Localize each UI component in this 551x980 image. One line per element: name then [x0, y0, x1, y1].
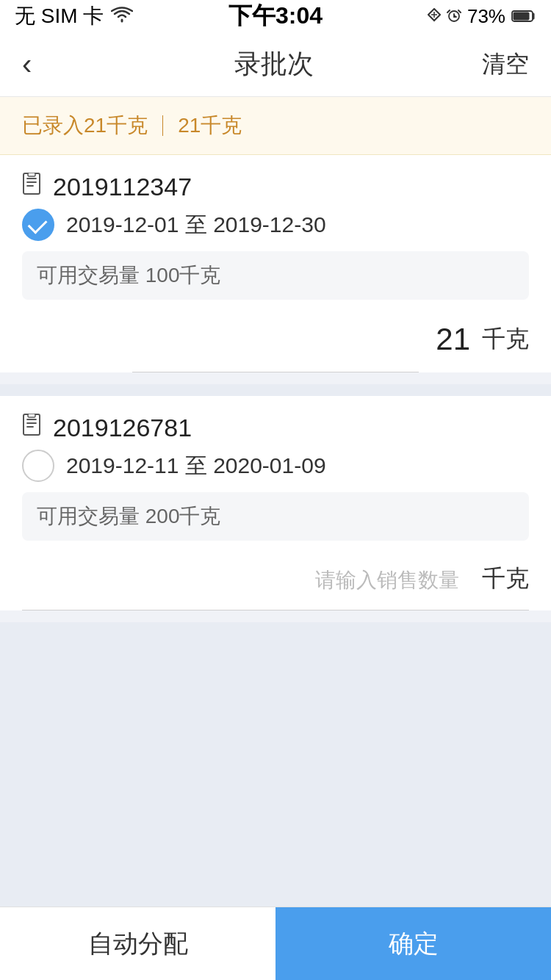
batch1-radio[interactable] [22, 209, 54, 241]
location-icon [428, 5, 441, 28]
batch2-unit: 千克 [482, 563, 529, 595]
wifi-icon [111, 4, 133, 28]
sale-quantity-input[interactable] [250, 566, 470, 593]
status-time: 下午3:04 [228, 0, 323, 32]
batch1-availability: 可用交易量 100千克 [22, 251, 529, 300]
card-divider [0, 384, 551, 396]
info-divider [162, 115, 163, 136]
batch1-amount-row: 21 千克 [0, 310, 551, 372]
batch1-id: 2019112347 [53, 173, 192, 201]
batch1-date: 2019-12-01 至 2019-12-30 [66, 210, 326, 240]
batch1-header: 2019112347 [0, 155, 551, 209]
auto-distribute-button[interactable]: 自动分配 [0, 907, 276, 980]
batch-card-2: 2019126781 2019-12-11 至 2020-01-09 可用交易量… [0, 396, 551, 610]
batch2-radio[interactable] [22, 450, 54, 482]
batch2-underline [22, 610, 529, 610]
gray-area [0, 622, 551, 916]
batch2-availability: 可用交易量 200千克 [22, 492, 529, 541]
no-sim-label: 无 SIM 卡 [15, 2, 104, 30]
batch2-doc-icon [22, 414, 44, 442]
batch-card-1: 2019112347 2019-12-01 至 2019-12-30 可用交易量… [0, 155, 551, 372]
batch1-underline [132, 372, 419, 372]
batch2-input-row: 千克 [0, 551, 551, 610]
batch2-id: 2019126781 [53, 414, 192, 442]
confirm-button[interactable]: 确定 [276, 907, 551, 980]
back-button[interactable]: ‹ [22, 48, 66, 81]
recorded-amount-label: 已录入21千克 [22, 112, 148, 140]
status-bar: 无 SIM 卡 下午3:04 73% [0, 0, 551, 32]
batch2-header: 2019126781 [0, 396, 551, 450]
battery-icon [511, 5, 536, 28]
bottom-bar: 自动分配 确定 [0, 907, 551, 980]
battery-label: 73% [467, 5, 505, 28]
svg-rect-4 [28, 173, 35, 176]
batch1-date-row[interactable]: 2019-12-01 至 2019-12-30 [0, 209, 551, 251]
info-bar: 已录入21千克 21千克 [0, 97, 551, 155]
svg-rect-2 [514, 12, 530, 20]
clear-button[interactable]: 清空 [482, 48, 529, 81]
batch1-amount-value: 21 [436, 322, 470, 357]
nav-bar: ‹ 录批次 清空 [0, 32, 551, 97]
batch1-amount-unit: 千克 [482, 323, 529, 356]
batch2-date: 2019-12-11 至 2020-01-09 [66, 451, 326, 481]
alarm-icon [447, 5, 461, 28]
svg-rect-6 [28, 414, 35, 417]
batch1-doc-icon [22, 173, 44, 201]
batch2-date-row[interactable]: 2019-12-11 至 2020-01-09 [0, 450, 551, 492]
info-value: 21千克 [178, 112, 242, 140]
page-title: 录批次 [234, 46, 314, 82]
